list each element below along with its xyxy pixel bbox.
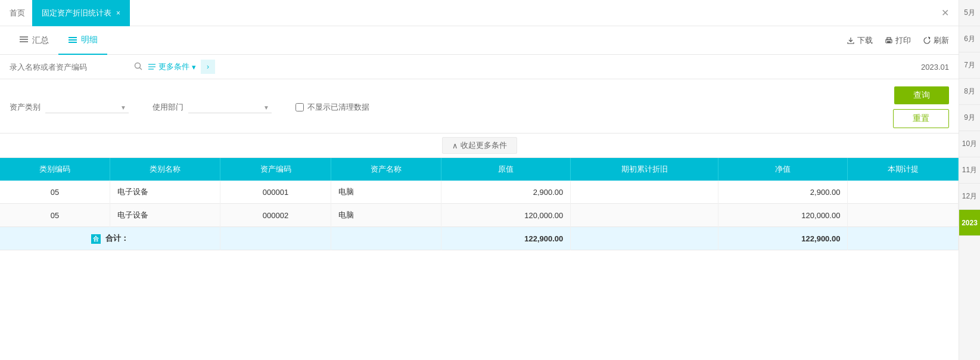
sidebar-year[interactable]: 2023 bbox=[959, 210, 980, 236]
col-header-asset-name: 资产名称 bbox=[331, 158, 441, 181]
col-header-current-period: 本期计提 bbox=[848, 158, 959, 181]
cell-net-value-0: 2,900.00 bbox=[718, 181, 848, 204]
department-label: 使用部门 bbox=[153, 102, 183, 113]
department-filter: 使用部门 bbox=[153, 101, 272, 113]
collapse-button[interactable]: ∧ 收起更多条件 bbox=[442, 137, 517, 154]
svg-line-10 bbox=[139, 67, 142, 70]
cell-category-name-1: 电子设备 bbox=[110, 204, 220, 227]
svg-rect-3 bbox=[69, 37, 77, 38]
refresh-button[interactable]: 刷新 bbox=[923, 35, 949, 46]
sidebar-month-12[interactable]: 12月 bbox=[959, 184, 980, 210]
sidebar-month-9[interactable]: 9月 bbox=[959, 105, 980, 131]
window-close-button[interactable]: ✕ bbox=[941, 7, 949, 18]
cell-total-label: 合 合计： bbox=[0, 227, 220, 250]
sidebar-month-11[interactable]: 11月 bbox=[959, 157, 980, 184]
tab-label: 固定资产折旧统计表 bbox=[42, 8, 111, 18]
svg-rect-0 bbox=[20, 39, 28, 40]
home-tab[interactable]: 首页 bbox=[10, 8, 32, 18]
reset-button[interactable]: 重置 bbox=[893, 109, 949, 128]
search-bar: 更多条件 ▾ › 2023.01 bbox=[0, 55, 959, 79]
col-header-category-code: 类别编码 bbox=[0, 158, 110, 181]
svg-rect-1 bbox=[20, 41, 28, 42]
collapse-row: ∧ 收起更多条件 bbox=[0, 134, 959, 158]
sidebar-month-7[interactable]: 7月 bbox=[959, 52, 980, 79]
search-input[interactable] bbox=[10, 63, 129, 72]
cell-acc-depreciation-1 bbox=[571, 204, 718, 227]
expand-button[interactable]: › bbox=[201, 60, 215, 74]
cell-current-period-1 bbox=[848, 204, 959, 227]
col-header-original-value: 原值 bbox=[441, 158, 571, 181]
cell-total-net-value: 122,900.00 bbox=[718, 227, 848, 250]
toolbar: 下载 打印 刷新 bbox=[847, 35, 949, 46]
hide-cleared-label: 不显示已清理数据 bbox=[307, 102, 369, 113]
hide-cleared-checkbox[interactable] bbox=[295, 103, 304, 111]
more-conditions-label: 更多条件 bbox=[158, 61, 189, 72]
total-icon: 合 bbox=[91, 234, 101, 244]
date-display: 2023.01 bbox=[921, 63, 949, 72]
cell-total-original-value: 122,900.00 bbox=[441, 227, 571, 250]
svg-rect-8 bbox=[887, 41, 891, 43]
cell-original-value-0: 2,900.00 bbox=[441, 181, 571, 204]
sidebar-month-8[interactable]: 8月 bbox=[959, 79, 980, 105]
svg-rect-4 bbox=[69, 39, 77, 41]
table-row: 05 电子设备 000002 电脑 120,000.00 120,000.00 bbox=[0, 204, 959, 227]
chevron-down-icon: ▾ bbox=[192, 63, 196, 72]
table-row: 05 电子设备 000001 电脑 2,900.00 2,900.00 bbox=[0, 181, 959, 204]
tab-detail[interactable]: 明细 bbox=[58, 26, 107, 55]
asset-category-label: 资产类别 bbox=[10, 102, 41, 113]
active-tab[interactable]: 固定资产折旧统计表 × bbox=[32, 0, 130, 26]
filter-actions: 查询 重置 bbox=[893, 86, 949, 128]
cell-category-code-1: 05 bbox=[0, 204, 110, 227]
query-button[interactable]: 查询 bbox=[894, 86, 949, 104]
search-icon bbox=[133, 61, 143, 73]
data-table: 类别编码 类别名称 资产编码 资产名称 原值 期初累计折旧 净值 本期计提 05… bbox=[0, 158, 959, 250]
asset-category-filter: 资产类别 bbox=[10, 101, 129, 113]
col-header-acc-depreciation: 期初累计折旧 bbox=[571, 158, 718, 181]
col-header-category-name: 类别名称 bbox=[110, 158, 220, 181]
collapse-label: 收起更多条件 bbox=[461, 140, 507, 151]
tab-detail-label: 明细 bbox=[81, 35, 98, 45]
print-label: 打印 bbox=[895, 35, 911, 46]
table-wrapper: 类别编码 类别名称 资产编码 资产名称 原值 期初累计折旧 净值 本期计提 05… bbox=[0, 158, 959, 360]
department-select-wrapper bbox=[188, 101, 272, 113]
table-total-row: 合 合计： 122,900.00 122,900.00 bbox=[0, 227, 959, 250]
department-select[interactable] bbox=[188, 101, 272, 113]
refresh-label: 刷新 bbox=[934, 35, 949, 46]
layers-icon bbox=[19, 36, 29, 45]
asset-category-select[interactable] bbox=[45, 101, 129, 113]
print-button[interactable]: 打印 bbox=[885, 35, 911, 46]
cell-current-period-0 bbox=[848, 181, 959, 204]
col-header-asset-code: 资产编码 bbox=[220, 158, 331, 181]
cell-asset-name-0: 电脑 bbox=[331, 181, 441, 204]
cell-asset-code-1: 000002 bbox=[220, 204, 331, 227]
hide-cleared-filter: 不显示已清理数据 bbox=[295, 102, 369, 113]
tab-summary[interactable]: 汇总 bbox=[10, 26, 58, 55]
cell-category-name-0: 电子设备 bbox=[110, 181, 220, 204]
chevron-up-icon: ∧ bbox=[452, 141, 458, 150]
cell-category-code-0: 05 bbox=[0, 181, 110, 204]
svg-rect-7 bbox=[887, 38, 891, 40]
tab-close-icon[interactable]: × bbox=[116, 9, 120, 17]
cell-original-value-1: 120,000.00 bbox=[441, 204, 571, 227]
tab-summary-label: 汇总 bbox=[32, 35, 49, 46]
cell-total-current-period bbox=[848, 227, 959, 250]
cell-acc-depreciation-0 bbox=[571, 181, 718, 204]
cell-asset-name-1: 电脑 bbox=[331, 204, 441, 227]
table-header-row: 类别编码 类别名称 资产编码 资产名称 原值 期初累计折旧 净值 本期计提 bbox=[0, 158, 959, 181]
cell-net-value-1: 120,000.00 bbox=[718, 204, 848, 227]
cell-asset-code-0: 000001 bbox=[220, 181, 331, 204]
right-sidebar: 5月 6月 7月 8月 9月 10月 11月 12月 2023 bbox=[959, 0, 980, 360]
cell-total-acc-depreciation bbox=[571, 227, 718, 250]
col-header-net-value: 净值 bbox=[718, 158, 848, 181]
asset-category-select-wrapper bbox=[45, 101, 129, 113]
filter-area: 资产类别 使用部门 不显示已清理数据 bbox=[0, 79, 959, 134]
svg-rect-2 bbox=[20, 36, 28, 38]
more-conditions-button[interactable]: 更多条件 ▾ bbox=[148, 61, 196, 72]
sidebar-month-5[interactable]: 5月 bbox=[959, 0, 980, 26]
download-button[interactable]: 下载 bbox=[847, 35, 873, 46]
download-label: 下载 bbox=[857, 35, 873, 46]
list-icon bbox=[68, 35, 77, 45]
svg-rect-5 bbox=[69, 42, 77, 43]
sidebar-month-6[interactable]: 6月 bbox=[959, 26, 980, 52]
sidebar-month-10[interactable]: 10月 bbox=[959, 131, 980, 157]
